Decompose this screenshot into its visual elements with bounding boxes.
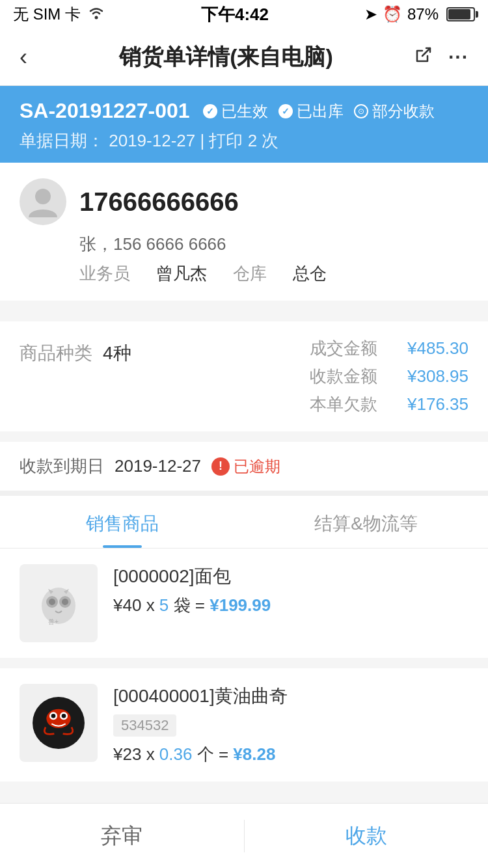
carrier-text: 无 SIM 卡	[13, 4, 81, 25]
order-header: SA-20191227-001 ✓ 已生效 ✓ 已出库 ⊙ 部分收款 单据日期：…	[0, 86, 488, 163]
amount-label: 成交金额	[310, 337, 377, 360]
due-date: 2019-12-27	[115, 456, 201, 476]
debt-row: 本单欠款 ¥176.35	[310, 393, 468, 416]
battery-text: 87%	[407, 5, 439, 23]
financial-stats: 成交金额 ¥485.30 收款金额 ¥308.95 本单欠款 ¥176.35	[310, 337, 468, 416]
check-icon-1: ✓	[203, 104, 217, 118]
more-button[interactable]: ···	[448, 46, 468, 68]
overdue-text: 已逾期	[234, 456, 280, 477]
back-button[interactable]: ‹	[20, 37, 40, 77]
product-types: 商品种类 4种	[20, 337, 131, 366]
tab-products[interactable]: 销售商品	[0, 496, 244, 548]
nav-bar: ‹ 销货单详情(来自电脑) ···	[0, 29, 488, 86]
svg-point-2	[42, 588, 75, 624]
svg-point-1	[35, 189, 51, 204]
amount-row: 成交金额 ¥485.30	[310, 337, 468, 360]
customer-detail: 业务员 曾凡杰 仓库 总仓	[20, 262, 468, 285]
battery-icon	[446, 7, 475, 21]
due-section: 收款到期日 2019-12-27 ! 已逾期	[0, 442, 488, 496]
overdue-badge: ! 已逾期	[211, 456, 280, 477]
sales-label: 业务员	[79, 262, 130, 285]
svg-point-9	[46, 709, 70, 728]
customer-avatar	[20, 178, 66, 225]
amount-value: ¥485.30	[390, 338, 468, 359]
product-list: 兽+ [0000002]面包 ¥40 x 5 袋 = ¥199.99	[0, 549, 488, 781]
product-price-2: ¥23 x 0.36 个 = ¥8.28	[113, 743, 468, 766]
product-thumb-2	[20, 684, 98, 762]
stats-section: 商品种类 4种 成交金额 ¥485.30 收款金额 ¥308.95 本单欠款 ¥…	[0, 321, 488, 431]
received-row: 收款金额 ¥308.95	[310, 365, 468, 388]
product-sku: 534532	[113, 714, 176, 737]
svg-point-0	[95, 16, 98, 20]
warehouse-label: 仓库	[233, 262, 267, 285]
status-left: 无 SIM 卡	[13, 4, 105, 25]
confirm-button[interactable]: 收款	[245, 804, 489, 868]
customer-name-info: 张，156 6666 6666	[20, 233, 468, 256]
svg-text:兽+: 兽+	[48, 618, 59, 625]
product-name-1: [0000002]面包	[113, 564, 468, 589]
svg-point-12	[51, 714, 56, 718]
page-title: 销货单详情(来自电脑)	[40, 42, 412, 72]
divider-1	[0, 311, 488, 321]
status-time: 下午4:42	[201, 3, 269, 26]
order-date: 单据日期： 2019-12-27 | 打印 2 次	[20, 129, 468, 152]
status-right: ➤ ⏰ 87%	[364, 5, 475, 23]
status-effective: ✓ 已生效	[203, 101, 268, 122]
nav-actions: ···	[412, 43, 468, 71]
product-price-1: ¥40 x 5 袋 = ¥199.99	[113, 594, 468, 617]
clock-icon: ⊙	[354, 104, 368, 118]
svg-point-5	[49, 599, 55, 605]
product-thumb-1: 兽+	[20, 564, 98, 642]
svg-point-6	[62, 599, 68, 605]
wifi-icon	[87, 5, 105, 23]
due-label: 收款到期日	[20, 455, 104, 478]
list-item: [000400001]黄油曲奇 534532 ¥23 x 0.36 个 = ¥8…	[0, 668, 488, 781]
cancel-button[interactable]: 弃审	[0, 804, 244, 868]
warehouse-name: 总仓	[293, 262, 327, 285]
check-icon-2: ✓	[278, 104, 293, 118]
list-item: 兽+ [0000002]面包 ¥40 x 5 袋 = ¥199.99	[0, 549, 488, 658]
status-shipped: ✓ 已出库	[278, 101, 344, 122]
product-info-1: [0000002]面包 ¥40 x 5 袋 = ¥199.99	[113, 564, 468, 617]
customer-phone: 17666666666	[79, 187, 239, 217]
debt-value: ¥176.35	[390, 394, 468, 414]
bottom-bar: 弃审 收款	[0, 803, 488, 868]
product-name-2: [000400001]黄油曲奇	[113, 684, 468, 709]
tabs-container: 销售商品 结算&物流等	[0, 496, 488, 549]
order-number: SA-20191227-001	[20, 99, 190, 123]
status-bar: 无 SIM 卡 下午4:42 ➤ ⏰ 87%	[0, 0, 488, 29]
svg-point-13	[62, 714, 66, 718]
product-info-2: [000400001]黄油曲奇 534532 ¥23 x 0.36 个 = ¥8…	[113, 684, 468, 766]
overdue-icon: !	[211, 457, 230, 476]
tab-settlement[interactable]: 结算&物流等	[244, 496, 488, 548]
product-types-value: 4种	[103, 341, 131, 366]
share-button[interactable]	[412, 43, 435, 71]
received-value: ¥308.95	[390, 366, 468, 387]
received-label: 收款金额	[310, 365, 377, 388]
customer-section: 17666666666 张，156 6666 6666 业务员 曾凡杰 仓库 总…	[0, 163, 488, 301]
sales-name: 曾凡杰	[156, 262, 207, 285]
location-icon: ➤	[364, 5, 377, 23]
status-partial: ⊙ 部分收款	[354, 101, 435, 122]
alarm-icon: ⏰	[383, 5, 402, 23]
product-types-label: 商品种类	[20, 341, 92, 366]
status-tags: ✓ 已生效 ✓ 已出库 ⊙ 部分收款	[203, 101, 435, 122]
debt-label: 本单欠款	[310, 393, 377, 416]
